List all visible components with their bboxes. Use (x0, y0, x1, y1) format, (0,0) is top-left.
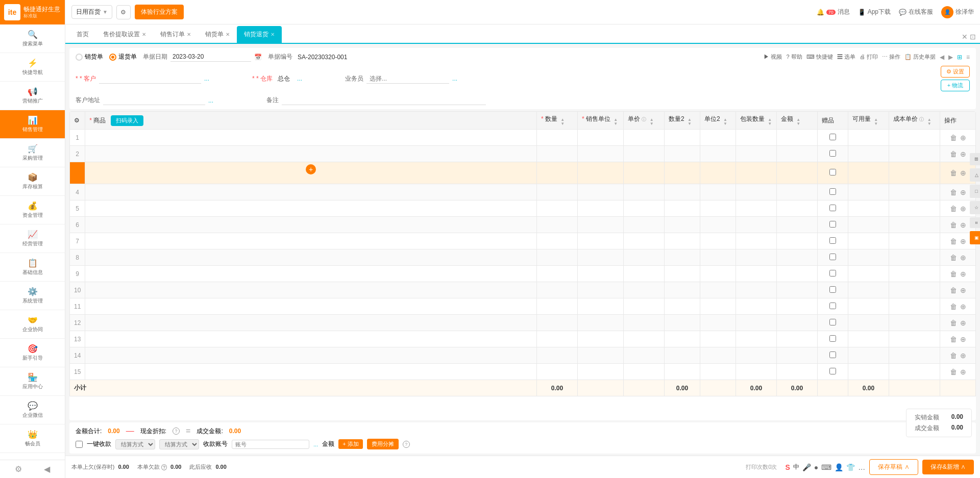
cost-cell[interactable] (889, 130, 940, 146)
salesperson-more-btn[interactable]: ... (452, 75, 457, 82)
unit2-cell[interactable] (700, 282, 736, 298)
nav-prev-icon[interactable]: ◀ (940, 54, 944, 61)
qty2-cell[interactable] (665, 347, 700, 364)
unit2-cell[interactable] (700, 298, 736, 315)
cost-cell[interactable] (889, 233, 940, 249)
person-icon[interactable]: 👤 (835, 463, 843, 471)
gift-cell[interactable] (818, 130, 848, 146)
unit-cell[interactable] (578, 249, 624, 266)
tab-delivery[interactable]: 销货单 ✕ (198, 26, 237, 43)
sidebar-item-business[interactable]: 📈 经营管理 (0, 224, 65, 253)
price-cell[interactable] (624, 217, 665, 233)
unit2-cell[interactable] (700, 347, 736, 364)
delete-icon[interactable]: 🗑 (950, 237, 957, 245)
qty-cell[interactable] (537, 331, 578, 347)
product-cell[interactable] (85, 249, 537, 266)
qty2-cell[interactable] (665, 298, 700, 315)
gift-checkbox[interactable] (829, 205, 836, 211)
product-cell[interactable] (85, 130, 537, 146)
cost-cell[interactable] (889, 162, 940, 184)
gift-checkbox[interactable] (829, 134, 836, 140)
delete-icon[interactable]: 🗑 (950, 188, 957, 196)
cost-cell[interactable] (889, 364, 940, 380)
qty-cell[interactable] (537, 200, 578, 217)
settlement-select[interactable]: 结算方式 (115, 439, 155, 449)
video-btn[interactable]: ▶ 视频 (764, 53, 782, 61)
amount-cell[interactable] (777, 266, 818, 282)
list-view-icon[interactable]: ≡ (966, 54, 970, 61)
copy-icon[interactable]: ⊕ (960, 286, 966, 294)
help-btn[interactable]: ? 帮助 (786, 53, 802, 61)
copy-icon[interactable]: ⊕ (960, 335, 966, 343)
customer-more-btn[interactable]: ... (204, 75, 209, 82)
available-cell[interactable] (848, 130, 889, 146)
gift-cell[interactable] (818, 347, 848, 364)
settings-bottom-icon[interactable]: ⚙ (15, 464, 22, 474)
tab-pricing-close[interactable]: ✕ (142, 32, 146, 37)
cost-cell[interactable] (889, 200, 940, 217)
account-input[interactable] (232, 440, 309, 449)
tab-expand-icon[interactable]: ⊡ (970, 33, 976, 41)
available-cell[interactable] (848, 233, 889, 249)
nav-next-icon[interactable]: ▶ (948, 54, 953, 61)
amount-cell[interactable] (777, 184, 818, 200)
user-profile[interactable]: 👤 徐泽华 (941, 6, 974, 18)
available-cell[interactable] (848, 249, 889, 266)
unit2-cell[interactable] (700, 315, 736, 331)
keyboard-icon[interactable]: ⌨ (821, 463, 831, 471)
unit2-cell[interactable] (700, 364, 736, 380)
gift-cell[interactable] (818, 298, 848, 315)
topbar-settings-button[interactable]: ⚙ (116, 5, 131, 19)
copy-icon[interactable]: ⊕ (960, 188, 966, 196)
address-input[interactable] (103, 95, 205, 105)
sidebar-item-search[interactable]: 🔍 搜索菜单 (0, 24, 65, 53)
sidebar-item-enterprise[interactable]: 🤝 企业协同 (0, 310, 65, 339)
qty2-cell[interactable] (665, 249, 700, 266)
calculate-select[interactable]: 结算方式 (159, 439, 199, 449)
gift-checkbox[interactable] (829, 169, 836, 175)
product-cell[interactable] (85, 331, 537, 347)
product-cell[interactable] (85, 282, 537, 298)
unit-cell[interactable] (578, 200, 624, 217)
tab-pricing[interactable]: 售价提取设置 ✕ (96, 26, 153, 43)
gift-cell[interactable] (818, 331, 848, 347)
gift-checkbox[interactable] (829, 237, 836, 244)
date-input[interactable] (170, 52, 251, 62)
pack-cell[interactable] (736, 315, 777, 331)
salesperson-input[interactable] (366, 74, 449, 84)
mic-icon[interactable]: 🎤 (802, 463, 811, 471)
qty-cell[interactable] (537, 364, 578, 380)
quick-btn-active[interactable]: ▣ (970, 231, 980, 244)
tab-return-close[interactable]: ✕ (271, 32, 275, 37)
sidebar-item-sales[interactable]: 📊 销售管理 (0, 110, 65, 139)
amount-cell[interactable] (777, 130, 818, 146)
unit-cell[interactable] (578, 266, 624, 282)
amount-cell[interactable] (777, 315, 818, 331)
price-cell[interactable] (624, 315, 665, 331)
available-cell[interactable] (848, 315, 889, 331)
unit-cell[interactable] (578, 331, 624, 347)
pack-cell[interactable] (736, 331, 777, 347)
price-cell[interactable] (624, 298, 665, 315)
history-btn[interactable]: 📋 历史单据 (904, 53, 936, 61)
cost-cell[interactable] (889, 146, 940, 162)
quick-btn-1[interactable]: ⊞ (970, 153, 980, 165)
available-cell[interactable] (848, 146, 889, 162)
unit2-cell[interactable] (700, 217, 736, 233)
sidebar-item-wechat[interactable]: 💬 企业微信 (0, 396, 65, 424)
quick-btn-4[interactable]: ☆ (970, 201, 980, 214)
discount-help-icon[interactable]: ? (173, 427, 180, 435)
amount-cell[interactable] (777, 347, 818, 364)
unit2-cell[interactable] (700, 200, 736, 217)
shirt-icon[interactable]: 👕 (846, 463, 855, 471)
price-cell[interactable] (624, 266, 665, 282)
pack-cell[interactable] (736, 200, 777, 217)
qty-cell[interactable] (537, 233, 578, 249)
qty2-cell[interactable] (665, 331, 700, 347)
cost-cell[interactable] (889, 249, 940, 266)
amount-cell[interactable] (777, 200, 818, 217)
available-cell[interactable] (848, 282, 889, 298)
available-cell[interactable] (848, 217, 889, 233)
split-button[interactable]: 费用分摊 (367, 439, 399, 449)
available-cell[interactable] (848, 347, 889, 364)
